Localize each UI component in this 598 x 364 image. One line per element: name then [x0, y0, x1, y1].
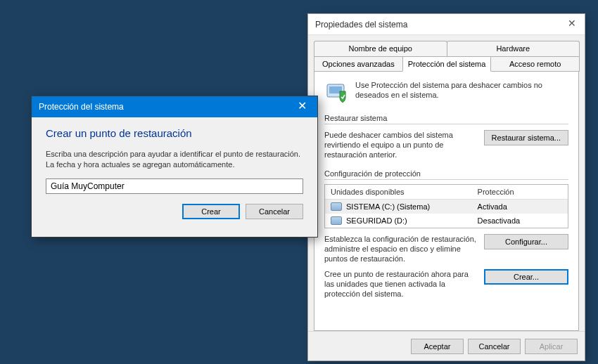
restore-dialog-title: Protección del sistema [39, 102, 124, 112]
create-row: Cree un punto de restauración ahora para… [324, 269, 568, 299]
restore-dialog-titlebar: Protección del sistema ✕ [32, 96, 317, 117]
ok-button[interactable]: Aceptar [411, 339, 464, 354]
create-restore-point-button[interactable]: Crear... [484, 269, 568, 285]
column-protection: Protección [472, 185, 568, 199]
shield-icon [324, 80, 348, 104]
apply-button[interactable]: Aplicar [525, 339, 578, 354]
tab-computer-name[interactable]: Nombre de equipo [314, 41, 447, 56]
restore-dialog-description: Escriba una descripción para ayudar a id… [46, 149, 303, 170]
column-drives: Unidades disponibles [325, 185, 472, 199]
close-icon[interactable]: ✕ [286, 96, 317, 117]
protection-header-text: Use Protección del sistema para deshacer… [355, 80, 568, 104]
tab-strip: Nombre de equipo Hardware Opciones avanz… [314, 41, 579, 72]
restore-description-input[interactable] [46, 178, 303, 194]
system-properties-window: Propiedades del sistema ✕ Nombre de equi… [307, 13, 585, 361]
restore-dialog-heading: Crear un punto de restauración [46, 127, 303, 139]
cancel-button[interactable]: Cancelar [246, 204, 303, 219]
drive-protection: Desactivada [472, 215, 568, 226]
drive-name: SEGURIDAD (D:) [346, 216, 407, 225]
table-row[interactable]: SEGURIDAD (D:) Desactivada [325, 214, 568, 228]
tab-system-protection[interactable]: Protección del sistema [402, 56, 492, 72]
configure-button[interactable]: Configurar... [484, 234, 568, 249]
cancel-button[interactable]: Cancelar [468, 339, 521, 354]
system-properties-body: Nombre de equipo Hardware Opciones avanz… [308, 35, 585, 331]
table-row[interactable]: SISTEMA (C:) (Sistema) Activada [325, 200, 568, 214]
drive-table-header: Unidades disponibles Protección [325, 185, 568, 200]
create-text: Cree un punto de restauración ahora para… [324, 269, 477, 299]
system-properties-titlebar: Propiedades del sistema ✕ [308, 14, 585, 35]
system-properties-title: Propiedades del sistema [315, 20, 407, 30]
restore-section-text: Puede deshacer cambios del sistema revir… [324, 130, 477, 160]
tab-content: Use Protección del sistema para deshacer… [314, 71, 579, 331]
drive-table: Unidades disponibles Protección SISTEMA … [324, 184, 568, 228]
drive-protection: Activada [472, 201, 568, 212]
tab-remote[interactable]: Acceso remoto [490, 56, 580, 72]
restore-dialog-buttons: Crear Cancelar [46, 204, 303, 219]
drive-icon [331, 216, 342, 225]
create-restore-point-dialog: Protección del sistema ✕ Crear un punto … [31, 96, 318, 238]
drive-name: SISTEMA (C:) (Sistema) [346, 202, 430, 211]
protection-header: Use Protección del sistema para deshacer… [324, 80, 568, 104]
config-section-label: Configuración de protección [324, 169, 568, 180]
tab-hardware[interactable]: Hardware [447, 41, 580, 56]
restore-system-button[interactable]: Restaurar sistema... [484, 130, 568, 145]
dialog-button-row: Aceptar Cancelar Aplicar [308, 331, 585, 360]
close-icon[interactable]: ✕ [564, 17, 580, 31]
configure-row: Establezca la configuración de restaurac… [324, 234, 568, 264]
create-button[interactable]: Crear [182, 204, 240, 219]
restore-section-label: Restaurar sistema [324, 114, 568, 124]
restore-dialog-body: Crear un punto de restauración Escriba u… [32, 117, 317, 237]
configure-text: Establezca la configuración de restaurac… [324, 234, 477, 264]
restore-section-row: Puede deshacer cambios del sistema revir… [324, 130, 568, 160]
drive-icon [331, 202, 342, 211]
tab-advanced[interactable]: Opciones avanzadas [314, 56, 403, 72]
